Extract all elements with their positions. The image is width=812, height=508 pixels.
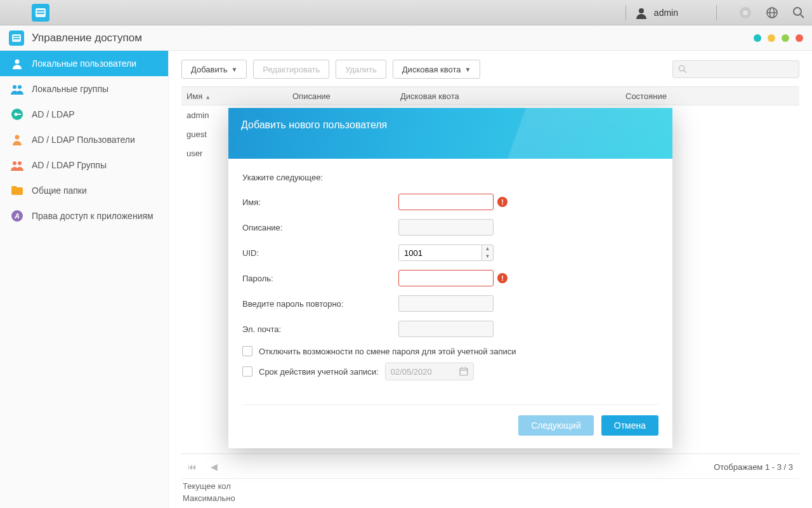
spin-down-icon[interactable]: ▼ bbox=[482, 253, 493, 260]
spin-up-icon[interactable]: ▲ bbox=[482, 245, 493, 253]
svg-point-25 bbox=[679, 65, 684, 70]
add-user-dialog: Добавить нового пользователя Укажите сле… bbox=[228, 108, 672, 448]
sidebar-item-ad-users[interactable]: AD / LDAP Пользователи bbox=[0, 127, 168, 152]
email-input[interactable] bbox=[398, 321, 494, 337]
dialog-title: Добавить нового пользователя bbox=[241, 119, 387, 131]
window-dot-3[interactable] bbox=[782, 34, 789, 42]
name-label: Имя: bbox=[242, 197, 398, 207]
status-line-1: Текущее кол bbox=[181, 479, 799, 491]
sidebar-item-label: Локальные пользователи bbox=[32, 58, 136, 69]
current-user[interactable]: admin bbox=[654, 8, 678, 18]
sidebar-item-ad-groups[interactable]: AD / LDAP Группы bbox=[0, 152, 168, 178]
notification-icon[interactable] bbox=[738, 6, 752, 20]
first-page-icon[interactable]: ⏮ bbox=[188, 462, 197, 472]
system-bar: admin bbox=[0, 0, 812, 25]
uid-label: UID: bbox=[242, 248, 398, 258]
expiry-date-input[interactable]: 02/05/2020 bbox=[385, 363, 474, 380]
user-icon bbox=[10, 57, 24, 70]
expiry-label: Срок действия учетной записи: bbox=[259, 367, 379, 377]
cancel-button[interactable]: Отмена bbox=[601, 415, 658, 436]
svg-point-16 bbox=[18, 85, 22, 89]
user-icon[interactable] bbox=[635, 6, 648, 19]
svg-point-15 bbox=[13, 85, 16, 89]
folder-icon bbox=[10, 184, 24, 197]
sidebar-item-shared-folders[interactable]: Общие папки bbox=[0, 178, 168, 203]
sidebar-item-label: Локальные группы bbox=[32, 84, 108, 94]
svg-point-5 bbox=[743, 10, 748, 15]
svg-point-21 bbox=[13, 161, 16, 165]
calendar-icon bbox=[459, 367, 468, 376]
name-input[interactable] bbox=[398, 194, 494, 210]
sidebar-item-local-groups[interactable]: Локальные группы bbox=[0, 76, 168, 102]
password-label: Пароль: bbox=[242, 274, 398, 283]
sidebar: Локальные пользователи Локальные группы … bbox=[0, 51, 169, 508]
desc-input[interactable] bbox=[398, 219, 494, 236]
sidebar-item-local-users[interactable]: Локальные пользователи bbox=[0, 51, 168, 76]
window-dot-4[interactable] bbox=[796, 34, 803, 42]
sidebar-item-ad-ldap[interactable]: AD / LDAP bbox=[0, 102, 168, 127]
svg-line-26 bbox=[684, 70, 686, 73]
world-icon[interactable] bbox=[765, 6, 779, 20]
sidebar-item-label: AD / LDAP Пользователи bbox=[32, 135, 135, 145]
col-state[interactable]: Состояние bbox=[625, 91, 799, 101]
svg-point-9 bbox=[794, 8, 801, 15]
sidebar-item-app-permissions[interactable]: A Права доступ к приложениям bbox=[0, 203, 168, 229]
sort-asc-icon: ▲ bbox=[205, 94, 211, 100]
grid-footer: ⏮ ◀ Отображаем 1 - 3 / 3 Текущее кол Мак… bbox=[181, 453, 799, 508]
taskbar-app-icon[interactable] bbox=[32, 4, 49, 22]
status-line-2: Максимально bbox=[181, 491, 799, 503]
col-name[interactable]: Имя▲ bbox=[181, 91, 292, 101]
sidebar-item-label: Общие папки bbox=[32, 185, 87, 196]
prev-page-icon[interactable]: ◀ bbox=[211, 462, 218, 472]
add-button[interactable]: Добавить▼ bbox=[181, 60, 247, 79]
pager: ⏮ ◀ Отображаем 1 - 3 / 3 bbox=[181, 459, 799, 479]
svg-rect-19 bbox=[17, 114, 21, 115]
grid-header: Имя▲ Описание Дисковая квота Состояние bbox=[181, 86, 799, 105]
key-icon bbox=[10, 107, 24, 121]
col-quota[interactable]: Дисковая квота bbox=[400, 91, 625, 101]
delete-button[interactable]: Удалить bbox=[336, 60, 386, 79]
svg-point-14 bbox=[15, 60, 20, 64]
expiry-checkbox[interactable] bbox=[242, 366, 252, 377]
sidebar-item-label: Права доступ к приложениям bbox=[32, 211, 154, 221]
svg-point-20 bbox=[15, 135, 20, 140]
svg-rect-27 bbox=[460, 368, 468, 375]
edit-button[interactable]: Редактировать bbox=[253, 60, 329, 79]
svg-point-18 bbox=[15, 113, 18, 116]
search-icon[interactable] bbox=[792, 6, 806, 20]
svg-rect-1 bbox=[37, 10, 44, 11]
sidebar-item-label: AD / LDAP Группы bbox=[32, 160, 107, 170]
chevron-down-icon: ▼ bbox=[465, 66, 471, 73]
password-input[interactable] bbox=[398, 270, 494, 286]
error-icon: ! bbox=[497, 273, 508, 283]
dialog-header: Добавить нового пользователя bbox=[228, 108, 672, 159]
group-icon bbox=[10, 82, 24, 96]
toolbar: Добавить▼ Редактировать Удалить Дисковая… bbox=[181, 60, 799, 79]
sidebar-item-label: AD / LDAP bbox=[32, 109, 75, 119]
disable-pwd-change-label: Отключить возможности по смене пароля дл… bbox=[259, 347, 516, 356]
disable-pwd-change-checkbox[interactable] bbox=[242, 346, 252, 356]
email-label: Эл. почта: bbox=[242, 324, 398, 334]
app-icon bbox=[9, 30, 24, 46]
window-dot-1[interactable] bbox=[754, 34, 761, 42]
next-button[interactable]: Следующий bbox=[518, 415, 594, 436]
search-input[interactable] bbox=[672, 60, 799, 78]
window-dot-2[interactable] bbox=[768, 34, 775, 42]
svg-rect-12 bbox=[13, 36, 20, 37]
svg-text:A: A bbox=[14, 212, 20, 220]
password-confirm-input[interactable] bbox=[398, 295, 494, 312]
svg-rect-13 bbox=[13, 38, 20, 39]
pager-info: Отображаем 1 - 3 / 3 bbox=[714, 462, 793, 472]
window-title: Управление доступом bbox=[32, 32, 142, 44]
error-icon: ! bbox=[497, 197, 508, 207]
svg-point-3 bbox=[639, 8, 644, 13]
dialog-intro: Укажите следующее: bbox=[242, 173, 653, 182]
window-header: Управление доступом bbox=[0, 25, 812, 51]
apps-icon: A bbox=[10, 209, 24, 223]
disk-quota-button[interactable]: Дисковая квота▼ bbox=[393, 60, 481, 79]
col-desc[interactable]: Описание bbox=[292, 91, 400, 101]
svg-rect-2 bbox=[37, 13, 44, 14]
user-icon bbox=[10, 133, 24, 147]
uid-input[interactable] bbox=[398, 244, 482, 261]
desc-label: Описание: bbox=[242, 223, 398, 232]
